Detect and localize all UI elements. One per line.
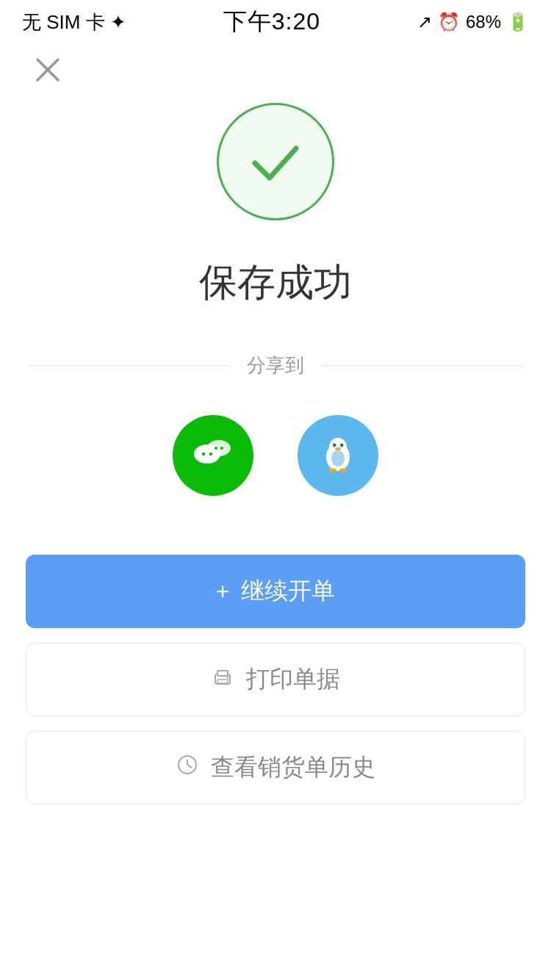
svg-point-14 (335, 447, 341, 450)
share-label: 分享到 (229, 353, 322, 378)
history-label: 查看销货单历史 (211, 752, 375, 784)
status-right: ↗ ⏰ 68% 🔋 (417, 12, 529, 32)
svg-rect-19 (217, 671, 228, 676)
svg-point-13 (341, 444, 343, 446)
sim-label: 无 SIM 卡 ✦ (22, 10, 126, 35)
svg-point-4 (201, 452, 204, 455)
status-bar: 无 SIM 卡 ✦ 下午3:20 ↗ ⏰ 68% 🔋 (0, 0, 551, 44)
wechat-share-button[interactable] (173, 415, 253, 496)
share-icons-row (173, 415, 378, 496)
main-content: 保存成功 分享到 (0, 44, 551, 804)
svg-point-21 (227, 676, 229, 678)
battery-icon: 🔋 (507, 12, 529, 32)
print-button[interactable]: 打印单据 (26, 643, 525, 716)
success-title: 保存成功 (199, 257, 352, 309)
action-buttons: + 继续开单 打印单据 (26, 555, 525, 804)
plus-icon: + (216, 578, 230, 605)
svg-point-7 (220, 447, 223, 450)
clock-icon (176, 753, 199, 782)
print-icon (211, 666, 234, 694)
qq-share-button[interactable] (298, 415, 378, 496)
svg-point-12 (334, 444, 336, 446)
continue-order-label: 继续开单 (241, 575, 335, 608)
battery-level: 68% (466, 12, 501, 32)
continue-order-button[interactable]: + 继续开单 (26, 555, 525, 628)
alarm-icon: ⏰ (438, 12, 460, 32)
success-icon-circle (217, 103, 334, 220)
svg-point-5 (209, 452, 212, 455)
svg-rect-20 (217, 680, 228, 683)
svg-point-6 (215, 447, 217, 450)
status-left: 无 SIM 卡 ✦ (22, 10, 126, 35)
svg-line-24 (187, 765, 192, 768)
history-button[interactable]: 查看销货单历史 (26, 731, 525, 804)
status-time: 下午3:20 (223, 6, 320, 38)
print-label: 打印单据 (246, 663, 340, 696)
svg-point-16 (339, 468, 347, 472)
location-icon: ↗ (417, 12, 432, 32)
divider-right (322, 365, 522, 366)
svg-point-15 (329, 468, 336, 472)
close-button[interactable] (29, 51, 66, 88)
svg-point-17 (331, 450, 345, 466)
share-divider: 分享到 (0, 353, 551, 378)
divider-left (29, 365, 229, 366)
